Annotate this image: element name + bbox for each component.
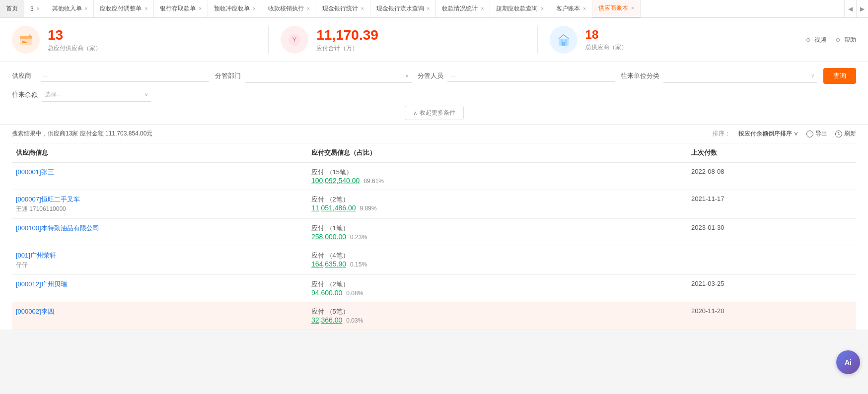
svg-rect-10: [562, 42, 565, 46]
export-icon: ↑: [806, 131, 813, 137]
sort-value[interactable]: 按应付余额倒序排序 ∨: [738, 130, 798, 138]
supplier-link-1[interactable]: [000007]恒旺二手叉车: [16, 196, 80, 203]
nav-tab-supplier-account-close[interactable]: ×: [631, 5, 634, 11]
nav-tab-overdue[interactable]: 超期应收款查询 ×: [490, 0, 550, 18]
balance-filter-select[interactable]: 选择... ∨: [42, 88, 151, 102]
nav-tab-cash-stat-close[interactable]: ×: [361, 6, 364, 11]
svg-marker-4: [29, 34, 32, 37]
refresh-button[interactable]: ↻ 刷新: [835, 130, 856, 138]
refresh-icon: ↻: [835, 131, 842, 137]
supplier-link-5[interactable]: [000002]李四: [16, 308, 54, 315]
nav-tab-customer-account[interactable]: 客户账本 ×: [550, 0, 592, 18]
nav-next-arrow[interactable]: ▶: [856, 0, 868, 18]
nav-tab-other-income[interactable]: 其他收入单 ×: [46, 0, 94, 18]
tx-amount-3[interactable]: 164,635.90: [311, 260, 346, 268]
person-placeholder: ···: [450, 72, 455, 79]
tx-count-0: 应付 （15笔）: [311, 168, 683, 177]
nav-tab-ar-ap-close[interactable]: ×: [145, 6, 147, 11]
category-filter-label: 往来单位分类: [621, 71, 659, 80]
supplier-table: 供应商信息 应付交易信息（占比） 上次付数 [000001]张三应付 （15笔）…: [12, 143, 856, 329]
supplier-filter-input[interactable]: ···: [41, 70, 209, 82]
nav-tab-receipt-exec[interactable]: 收款核销执行 ×: [262, 0, 316, 18]
summary-item-payable-total: ¥ 11,170.39 应付合计（万）: [268, 26, 537, 54]
dept-filter-select[interactable]: ∨: [245, 69, 412, 83]
category-filter-select[interactable]: ∨: [663, 69, 818, 83]
supplier-link-4[interactable]: [000012]广州贝瑞: [16, 280, 67, 288]
nav-tab-collection-stat[interactable]: 收款情况统计 ×: [436, 0, 490, 18]
nav-tab-receipt-exec-close[interactable]: ×: [307, 6, 310, 11]
tx-amount-4[interactable]: 94,600.00: [311, 289, 342, 297]
tx-amount-1[interactable]: 11,051,486.00: [311, 204, 356, 212]
balance-filter-label: 往来余额: [12, 90, 38, 99]
nav-tab-cash-flow[interactable]: 现金银行流水查询 ×: [370, 0, 436, 18]
supplier-link-2[interactable]: [000100]本特勤油品有限公司: [16, 224, 99, 232]
supplier-cell-5: [000002]李四: [12, 302, 307, 329]
nav-tab-bank-deposit[interactable]: 银行存取款单 ×: [154, 0, 208, 18]
col-header-tx: 应付交易信息（占比）: [307, 143, 687, 163]
table-row: [000100]本特勤油品有限公司应付 （1笔）258,000.000.23%2…: [12, 219, 856, 246]
table-area: 搜索结果中，供应商13家 应付金额 111,703,854.00元 排序： 按应…: [0, 125, 868, 329]
sort-value-text: 按应付余额倒序排序: [738, 130, 792, 137]
collapse-up-icon: ∧: [413, 110, 418, 117]
tx-cell-1: 应付 （2笔）11,051,486.009.89%: [307, 190, 687, 219]
tx-amount-0[interactable]: 100,092,540.00: [311, 177, 360, 185]
filter-category: 往来单位分类 ∨: [621, 69, 818, 83]
tx-count-3: 应付 （4笔）: [311, 251, 683, 260]
nav-tab-bank-deposit-close[interactable]: ×: [199, 6, 202, 11]
nav-tab-collection-stat-label: 收款情况统计: [442, 4, 478, 13]
refresh-label: 刷新: [844, 130, 856, 138]
supplier-link-3[interactable]: [001]广州荣轩: [16, 252, 56, 259]
nav-tab-ar-ap-label: 应收应付调整单: [100, 4, 142, 13]
nav-tab-3-label: 3: [30, 5, 34, 12]
last-payment-cell-3: [687, 246, 856, 275]
collapse-filters-button[interactable]: ∧ 收起更多条件: [405, 106, 464, 120]
supplier-link-0[interactable]: [000001]张三: [16, 168, 54, 176]
supplier-cell-4: [000012]广州贝瑞: [12, 275, 307, 302]
tx-amount-5[interactable]: 32,366.00: [311, 316, 342, 324]
nav-tab-overdue-close[interactable]: ×: [541, 6, 544, 11]
search-button[interactable]: 查询: [823, 68, 856, 84]
nav-tab-cash-flow-label: 现金银行流水查询: [376, 4, 424, 13]
tx-cell-0: 应付 （15笔）100,092,540.0089.61%: [307, 163, 687, 190]
tx-amount-2[interactable]: 258,000.00: [311, 233, 346, 241]
supplier-sub-3: 仔仔: [16, 261, 303, 269]
nav-tab-supplier-account[interactable]: 供应商账本 ×: [592, 0, 641, 18]
nav-tab-other-income-close[interactable]: ×: [85, 6, 88, 11]
supplier-filter-label: 供应商: [12, 71, 37, 80]
supplier-cell-1: [000007]恒旺二手叉车王通 17106110000: [12, 190, 307, 219]
tx-cell-5: 应付 （5笔）32,366.000.03%: [307, 302, 687, 329]
last-payment-cell-5: 2020-11-20: [687, 302, 856, 329]
filter-row-1: 供应商 ··· 分管部门 ∨ 分管人员 ··· 往来单位分类 ∨ 查询: [12, 68, 856, 84]
nav-tab-prepay-close[interactable]: ×: [253, 6, 256, 11]
nav-tab-bank-deposit-label: 银行存取款单: [160, 4, 196, 13]
nav-tab-3-close[interactable]: ×: [37, 6, 40, 11]
tx-percent-2: 0.23%: [350, 234, 367, 241]
nav-tab-collection-stat-close[interactable]: ×: [481, 6, 484, 11]
table-row: [001]广州荣轩仔仔应付 （4笔）164,635.900.15%: [12, 246, 856, 275]
total-suppliers-icon: [550, 26, 578, 54]
nav-prev-arrow[interactable]: ◀: [844, 0, 856, 18]
nav-tab-cash-stat[interactable]: 现金银行统计 ×: [316, 0, 370, 18]
col-header-last-payment: 上次付数: [687, 143, 856, 163]
tx-percent-3: 0.15%: [350, 261, 367, 268]
table-row: [000001]张三应付 （15笔）100,092,540.0089.61%20…: [12, 163, 856, 190]
tx-count-4: 应付 （2笔）: [311, 280, 683, 289]
video-link[interactable]: 视频: [814, 36, 826, 44]
payable-suppliers-icon: [12, 26, 40, 54]
nav-tab-prepay[interactable]: 预收冲应收单 ×: [208, 0, 262, 18]
nav-tab-customer-account-close[interactable]: ×: [583, 6, 586, 11]
table-row: [000007]恒旺二手叉车王通 17106110000应付 （2笔）11,05…: [12, 190, 856, 219]
nav-tab-other-income-label: 其他收入单: [52, 4, 82, 13]
last-payment-cell-2: 2023-01-30: [687, 219, 856, 246]
nav-tab-ar-ap[interactable]: 应收应付调整单 ×: [94, 0, 154, 18]
payable-suppliers-text: 13 总应付供应商（家）: [48, 27, 101, 53]
nav-tab-cash-flow-close[interactable]: ×: [427, 6, 430, 11]
nav-tab-3[interactable]: 3 ×: [24, 0, 46, 18]
filter-person: 分管人员 ···: [418, 70, 615, 82]
help-link[interactable]: 帮助: [844, 36, 856, 44]
nav-arrows: ◀ ▶: [844, 0, 868, 18]
table-header-row: 供应商信息 应付交易信息（占比） 上次付数: [12, 143, 856, 163]
export-button[interactable]: ↑ 导出: [806, 130, 827, 138]
nav-tab-home[interactable]: 首页: [0, 0, 24, 18]
person-filter-input[interactable]: ···: [447, 70, 615, 82]
